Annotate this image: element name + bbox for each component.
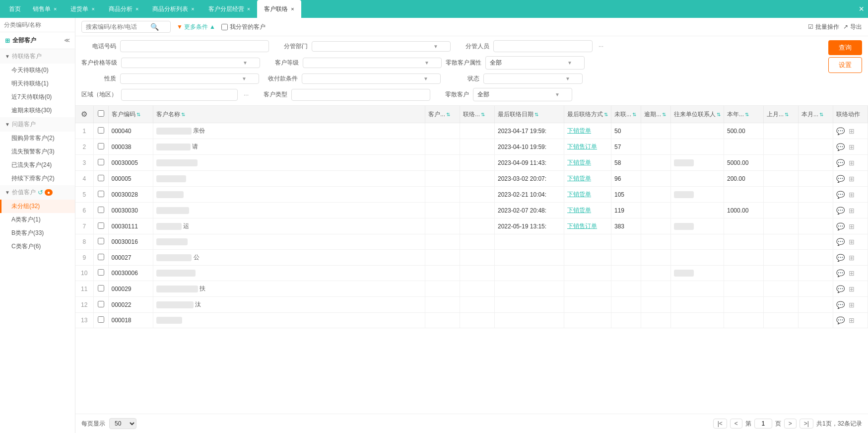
my-customers-filter[interactable]: 我分管的客户 (221, 23, 266, 31)
more-conditions-btn[interactable]: ▼ 更多条件 ▲ (177, 23, 215, 31)
grid-action-icon[interactable]: ⊞ (849, 159, 855, 167)
sidebar-item-churned[interactable]: 已流失客户(24) (0, 158, 75, 172)
reset-button[interactable]: 设置 (828, 57, 862, 73)
tab-sales-close[interactable]: × (54, 6, 57, 12)
next-page-btn[interactable]: > (784, 419, 797, 429)
sidebar-item-b-class[interactable]: B类客户(33) (0, 226, 75, 240)
row-checkbox[interactable] (98, 127, 104, 134)
filter-manager-input[interactable] (493, 40, 593, 52)
sidebar-item-churn-warn[interactable]: 流失预警客户(3) (0, 145, 75, 158)
message-icon[interactable]: 💬 (836, 301, 845, 309)
cell-check[interactable] (93, 155, 108, 171)
cell-check[interactable] (93, 250, 108, 266)
grid-action-icon[interactable]: ⊞ (849, 127, 855, 135)
cell-check[interactable] (93, 266, 108, 281)
filter-phone-input[interactable] (120, 40, 269, 52)
grid-action-icon[interactable]: ⊞ (849, 207, 855, 215)
th-check[interactable] (93, 106, 108, 123)
tab-customer-segment[interactable]: 客户分层经营 × (201, 0, 257, 18)
grid-action-icon[interactable]: ⊞ (849, 143, 855, 151)
cell-way[interactable]: 下销售订单 (564, 139, 611, 155)
first-page-btn[interactable]: |< (713, 419, 727, 429)
message-icon[interactable]: 💬 (836, 191, 845, 199)
tab-product-analysis[interactable]: 商品分析 × (102, 0, 145, 18)
tab-purchase[interactable]: 进货单 × (64, 0, 101, 18)
cell-way[interactable]: 下销货单 (564, 171, 611, 187)
way-link[interactable]: 下销货单 (567, 207, 591, 214)
select-all-checkbox[interactable] (98, 110, 104, 117)
filter-payment-select[interactable]: ▼ (302, 73, 441, 84)
region-more-icon[interactable]: ··· (244, 91, 249, 98)
message-icon[interactable]: 💬 (836, 254, 845, 262)
cell-check[interactable] (93, 171, 108, 187)
sidebar-item-c-class[interactable]: C类客户(6) (0, 240, 75, 253)
row-checkbox[interactable] (98, 207, 104, 213)
filter-customer-type-input[interactable] (291, 89, 430, 101)
tab-customer-segment-close[interactable]: × (247, 6, 250, 12)
cell-way[interactable]: 下销货单 (564, 123, 611, 139)
way-link[interactable]: 下销货单 (567, 191, 591, 198)
manager-more-icon[interactable]: ··· (599, 43, 603, 50)
row-checkbox[interactable] (98, 143, 104, 149)
sidebar-search-box[interactable]: 🔍 (0, 18, 75, 32)
cell-way[interactable]: 下销货单 (564, 155, 611, 171)
tab-product-list-close[interactable]: × (191, 6, 194, 12)
filter-retail-select[interactable]: 全部 ▼ (473, 88, 572, 101)
cell-way[interactable]: 下销货单 (564, 203, 611, 218)
grid-action-icon[interactable]: ⊞ (849, 222, 855, 230)
sidebar-search-input[interactable] (4, 21, 75, 28)
way-link[interactable]: 下销货单 (567, 127, 591, 134)
search-input[interactable] (86, 23, 150, 30)
way-link[interactable]: 下销售订单 (567, 143, 597, 150)
cell-check[interactable] (93, 234, 108, 250)
way-link[interactable]: 下销货单 (567, 175, 591, 182)
cell-check[interactable] (93, 218, 108, 234)
sidebar-item-a-class[interactable]: A类客户(1) (0, 213, 75, 226)
filter-status-select[interactable]: ▼ (483, 73, 583, 84)
message-icon[interactable]: 💬 (836, 159, 845, 167)
filter-level-select[interactable]: ▼ (303, 58, 442, 68)
tab-home[interactable]: 首页 (4, 0, 26, 18)
row-checkbox[interactable] (98, 222, 104, 229)
grid-action-icon[interactable]: ⊞ (849, 301, 855, 309)
cell-check[interactable] (93, 313, 108, 328)
message-icon[interactable]: 💬 (836, 207, 845, 215)
query-button[interactable]: 查询 (828, 40, 862, 55)
sidebar-item-ungroup[interactable]: 未分组(32) (0, 200, 75, 213)
export-btn[interactable]: ↗ 导出 (843, 23, 862, 31)
filter-nature-select[interactable]: ▼ (120, 73, 259, 84)
row-checkbox[interactable] (98, 301, 104, 307)
grid-action-icon[interactable]: ⊞ (849, 238, 855, 246)
cell-check[interactable] (93, 203, 108, 218)
cell-way[interactable]: 下销售订单 (564, 218, 611, 234)
message-icon[interactable]: 💬 (836, 285, 845, 293)
message-icon[interactable]: 💬 (836, 316, 845, 324)
sidebar-item-overdue[interactable]: 逾期未联络(30) (0, 104, 75, 117)
sidebar-item-tomorrow[interactable]: 明天待联络(1) (0, 77, 75, 90)
way-link[interactable]: 下销售订单 (567, 222, 597, 229)
message-icon[interactable]: 💬 (836, 222, 845, 230)
tab-bar-close[interactable]: × (859, 4, 864, 14)
tab-product-list[interactable]: 商品分析列表 × (145, 0, 201, 18)
batch-ops-btn[interactable]: ☑ 批量操作 (808, 23, 839, 31)
sidebar-all-customers[interactable]: ⊞ 全部客户 ≪ (0, 32, 75, 49)
sidebar-item-week[interactable]: 近7天待联络(0) (0, 90, 75, 104)
settings-icon[interactable]: ⚙ (81, 110, 87, 118)
cell-check[interactable] (93, 187, 108, 203)
refresh-icon[interactable]: ↺ (38, 189, 43, 196)
message-icon[interactable]: 💬 (836, 238, 845, 246)
message-icon[interactable]: 💬 (836, 175, 845, 183)
message-icon[interactable]: 💬 (836, 269, 845, 277)
sidebar-item-declining[interactable]: 持续下滑客户(2) (0, 172, 75, 185)
tab-product-analysis-close[interactable]: × (135, 6, 138, 12)
message-icon[interactable]: 💬 (836, 127, 845, 135)
tab-customer-contact-close[interactable]: × (291, 6, 294, 12)
grid-action-icon[interactable]: ⊞ (849, 269, 855, 277)
row-checkbox[interactable] (98, 285, 104, 291)
last-page-btn[interactable]: >| (800, 419, 813, 429)
tab-sales[interactable]: 销售单 × (26, 0, 64, 18)
filter-region-input[interactable] (121, 89, 238, 101)
th-settings[interactable]: ⚙ (75, 106, 93, 123)
row-checkbox[interactable] (98, 238, 104, 244)
grid-action-icon[interactable]: ⊞ (849, 254, 855, 262)
